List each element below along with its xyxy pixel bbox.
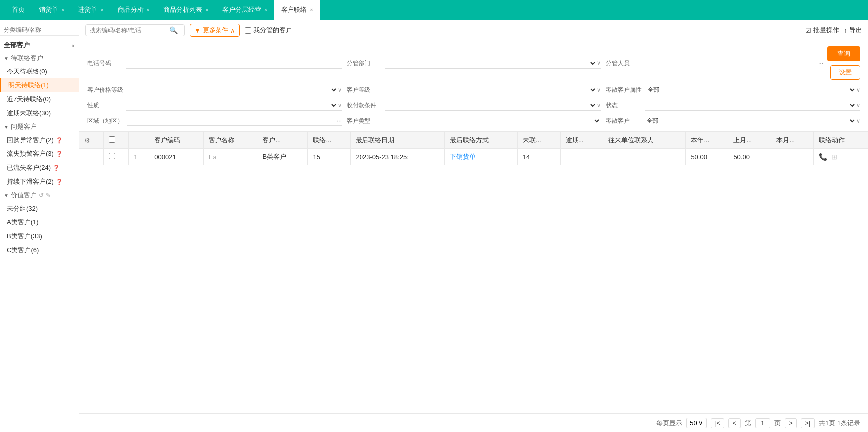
- filter-price-level-row: 客户价格等级 ∨: [87, 85, 342, 95]
- search-bar: 🔍 ▼ 更多条件 ∧ 我分管的客户 ☑ 批量操作 ↑ 导出: [79, 20, 868, 41]
- sidebar-item-overdue-contact[interactable]: 逾期未联络(30): [0, 106, 79, 120]
- sidebar-item-tomorrow-contact[interactable]: 明天待联络(1): [0, 78, 79, 92]
- page-number-input[interactable]: [755, 418, 770, 428]
- sidebar-item-declining[interactable]: 持续下滑客户(2) ❓: [0, 175, 79, 189]
- filter-payment-label: 收付款条件: [347, 101, 381, 110]
- filter-retail-customer-row: 零散客户 全部 ∨: [606, 116, 860, 126]
- search-button[interactable]: 🔍: [169, 26, 178, 34]
- filter-phone-input[interactable]: [126, 58, 342, 69]
- td-unit-contact: [603, 149, 686, 165]
- sidebar-item-churned[interactable]: 已流失客户(24) ❓: [0, 161, 79, 175]
- nav-purchase-order-close[interactable]: ×: [100, 7, 103, 13]
- batch-ops-button[interactable]: ☑ 批量操作: [805, 26, 839, 35]
- search-input[interactable]: [90, 27, 169, 34]
- search-input-wrapper: 🔍: [85, 24, 185, 36]
- th-this-month: 本月...: [771, 132, 814, 149]
- th-this-year: 本年...: [686, 132, 728, 149]
- value-group-refresh-icon[interactable]: ↺: [39, 192, 44, 199]
- filter-customer-type-row: 客户类型: [347, 116, 601, 126]
- td-name: Ea: [203, 149, 257, 165]
- query-button[interactable]: 查询: [827, 46, 860, 61]
- td-gear: [79, 149, 103, 165]
- sidebar-collapse-icon[interactable]: «: [72, 42, 75, 49]
- per-page-select[interactable]: 50 ∨: [686, 418, 706, 428]
- filter-retail-attr-select[interactable]: 全部: [646, 86, 856, 94]
- nav-customer-tier[interactable]: 客户分层经营 ×: [216, 0, 274, 20]
- sidebar-all-customers[interactable]: 全部客户 «: [0, 39, 79, 52]
- td-code: 000021: [149, 149, 204, 165]
- filter-status-select[interactable]: [645, 101, 856, 109]
- nav-product-analysis-close[interactable]: ×: [146, 7, 149, 13]
- sidebar-search-input[interactable]: [4, 26, 78, 33]
- td-last-contact-method[interactable]: 下销货单: [444, 149, 517, 165]
- nav-product-analysis[interactable]: 商品分析 ×: [111, 0, 156, 20]
- sidebar-item-repurchase-abnormal[interactable]: 回购异常客户(2) ❓: [0, 133, 79, 147]
- nav-customer-tier-close[interactable]: ×: [264, 7, 267, 13]
- row-checkbox[interactable]: [109, 153, 115, 159]
- td-checkbox: [103, 149, 129, 165]
- value-group-arrow: ▼: [4, 193, 9, 198]
- customer-table: ⚙ 客户编码 客户名称 客户... 联络...: [79, 132, 868, 165]
- th-num: [129, 132, 149, 149]
- gear-icon[interactable]: ⚙: [84, 137, 90, 144]
- filter-phone-label: 电话号码: [87, 59, 122, 68]
- filter-gender-row: 性质 ∨: [87, 100, 342, 111]
- sidebar-item-c-class[interactable]: C类客户(6): [0, 243, 79, 257]
- sidebar-item-today-contact[interactable]: 今天待联络(0): [0, 65, 79, 78]
- export-icon: ↑: [844, 27, 848, 34]
- filter-price-level-select[interactable]: [127, 86, 338, 94]
- next-page-button[interactable]: >: [785, 418, 797, 428]
- nav-home[interactable]: 首页: [5, 0, 32, 20]
- set-button[interactable]: 设置: [830, 65, 860, 80]
- first-page-button[interactable]: |<: [711, 418, 724, 428]
- select-all-checkbox[interactable]: [109, 136, 115, 143]
- th-unit-contact: 往来单位联系人: [603, 132, 686, 149]
- td-type: B类客户: [257, 149, 308, 165]
- filter-retail-customer-select[interactable]: 全部: [645, 117, 856, 125]
- table-row: 1 000021 Ea B类客户 15 2023-05-23 18:25: 下销…: [79, 149, 868, 165]
- action-more-icon[interactable]: ⊞: [831, 153, 837, 161]
- nav-customer-contact[interactable]: 客户联络 ×: [274, 0, 320, 20]
- filter-branch-person-wrapper: ···: [645, 59, 823, 68]
- nav-sales-order[interactable]: 销货单 ×: [32, 0, 71, 20]
- prev-page-button[interactable]: <: [728, 418, 741, 428]
- td-overdue: [560, 149, 603, 165]
- filter-payment-select[interactable]: [385, 101, 597, 109]
- problem-group-arrow: ▼: [4, 124, 9, 130]
- branch-person-more-icon[interactable]: ···: [818, 60, 823, 67]
- region-more-icon[interactable]: ···: [337, 117, 342, 124]
- td-action: 📞 ⊞: [814, 149, 868, 165]
- filter-customer-type-label: 客户类型: [347, 117, 381, 125]
- filter-region-label: 区域（地区）: [87, 117, 123, 125]
- last-page-button[interactable]: >|: [801, 418, 815, 428]
- sidebar-item-churn-warning[interactable]: 流失预警客户(3) ❓: [0, 147, 79, 161]
- filter-status-label: 状态: [606, 101, 641, 110]
- td-no-contact: 14: [517, 149, 560, 165]
- filter-branch-dept-select[interactable]: [385, 59, 597, 67]
- th-overdue: 逾期...: [560, 132, 603, 149]
- filter-gender-select[interactable]: [126, 101, 338, 109]
- sidebar-item-7days-contact[interactable]: 近7天待联络(0): [0, 92, 79, 106]
- filter-customer-type-select[interactable]: [385, 117, 601, 125]
- filter-gender-label: 性质: [87, 101, 122, 110]
- filter-customer-level-select[interactable]: [385, 86, 597, 94]
- action-phone-icon[interactable]: 📞: [819, 153, 827, 161]
- more-conditions-button[interactable]: ▼ 更多条件 ∧: [190, 24, 240, 37]
- td-this-month: [771, 149, 814, 165]
- value-group-edit-icon[interactable]: ✎: [46, 192, 51, 199]
- sidebar-item-ungrouped[interactable]: 未分组(32): [0, 202, 79, 216]
- sidebar-item-b-class[interactable]: B类客户(33): [0, 229, 79, 243]
- sidebar-item-a-class[interactable]: A类客户(1): [0, 216, 79, 229]
- nav-product-analysis-list[interactable]: 商品分析列表 ×: [156, 0, 215, 20]
- my-customers-checkbox-wrapper[interactable]: 我分管的客户: [245, 26, 292, 35]
- th-gear: ⚙: [79, 132, 103, 149]
- per-page-arrow-icon: ∨: [698, 419, 703, 427]
- total-records-label: 共1页 1条记录: [819, 419, 860, 428]
- nav-customer-contact-close[interactable]: ×: [310, 7, 313, 13]
- nav-product-analysis-list-close[interactable]: ×: [205, 7, 208, 13]
- th-type: 客户...: [257, 132, 308, 149]
- export-button[interactable]: ↑ 导出: [844, 26, 863, 35]
- nav-purchase-order[interactable]: 进货单 ×: [71, 0, 110, 20]
- my-customers-checkbox[interactable]: [245, 27, 251, 34]
- nav-sales-order-close[interactable]: ×: [61, 7, 64, 13]
